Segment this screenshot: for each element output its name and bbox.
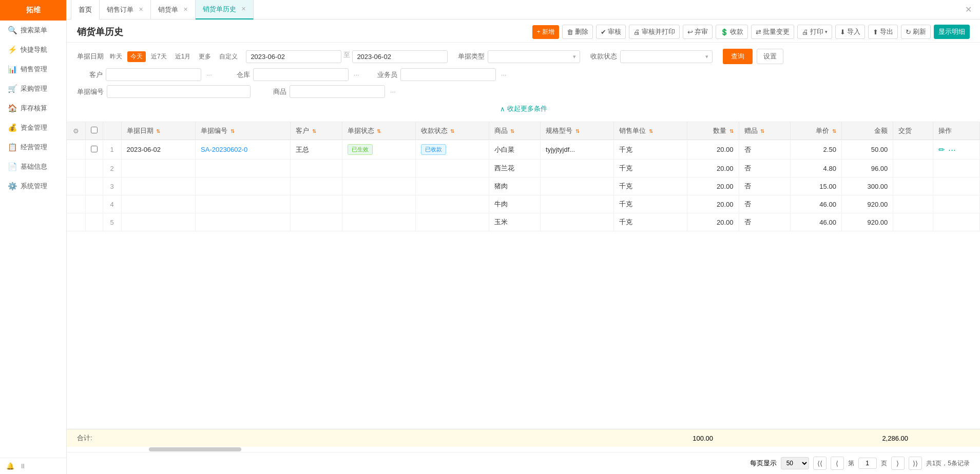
date-btn-more[interactable]: 更多 — [196, 51, 214, 62]
date-btn-yesterday[interactable]: 昨天 — [107, 51, 125, 62]
spec-col-header[interactable]: 规格型号 ⇅ — [541, 122, 614, 140]
more-icon[interactable]: ⋯ — [948, 145, 956, 154]
goods-sort-icon[interactable]: ⇅ — [510, 128, 514, 134]
doc-no-sort-icon[interactable]: ⇅ — [230, 128, 235, 134]
sidebar-item-inventory[interactable]: 🏠 库存核算 — [0, 98, 66, 118]
unit-price-col-header[interactable]: 单价 ⇅ — [790, 122, 841, 140]
abandon-button[interactable]: ↩ 弃审 — [683, 25, 713, 39]
quantity-col-header[interactable]: 数量 ⇅ — [687, 122, 739, 140]
sidebar-item-finance[interactable]: 💰 资金管理 — [0, 118, 66, 137]
sidebar-bottom-icon1[interactable]: 🔔 — [6, 462, 14, 470]
date-btn-7days[interactable]: 近7天 — [148, 51, 170, 62]
checkbox-cell[interactable] — [85, 177, 103, 195]
tabs-close-all-button[interactable]: ✕ — [961, 5, 976, 14]
review-button[interactable]: ✔ 审核 — [596, 25, 626, 39]
print-button[interactable]: 🖨 打印 ▾ — [797, 25, 832, 39]
tab-home[interactable]: 首页 — [71, 0, 100, 19]
doc-no-cell[interactable] — [196, 177, 291, 195]
tab-sales-history[interactable]: 销货单历史 ✕ — [196, 0, 254, 19]
gift-col-header[interactable]: 赠品 ⇅ — [739, 122, 790, 140]
doc-date-sort-icon[interactable]: ⇅ — [156, 128, 160, 134]
table-settings-icon[interactable]: ⚙ — [73, 127, 79, 135]
checkbox-cell[interactable] — [85, 160, 103, 177]
settings-col-header[interactable]: ⚙ — [67, 122, 85, 140]
warehouse-input[interactable] — [253, 68, 349, 81]
doc-no-cell[interactable]: SA-20230602-0 — [196, 140, 291, 160]
sidebar-item-quick-nav[interactable]: ⚡ 快捷导航 — [0, 40, 66, 60]
review-print-button[interactable]: 🖨 审核并打印 — [629, 25, 680, 39]
quantity-sort-icon[interactable]: ⇅ — [729, 128, 734, 134]
doc-date-col-header[interactable]: 单据日期 ⇅ — [121, 122, 196, 140]
page-number-input[interactable] — [858, 458, 877, 469]
sidebar-bottom-icon2[interactable]: ⏸ — [20, 462, 26, 470]
delete-button[interactable]: 🗑 删除 — [562, 25, 593, 39]
new-button[interactable]: + 新增 — [532, 25, 559, 39]
date-to-input[interactable] — [352, 50, 448, 63]
goods-input[interactable] — [290, 85, 385, 98]
sidebar-item-operations[interactable]: 📋 经营管理 — [0, 137, 66, 157]
doc-type-select[interactable] — [488, 50, 580, 63]
goods-col-header[interactable]: 商品 ⇅ — [489, 122, 540, 140]
close-sales-order-icon[interactable]: ✕ — [139, 6, 143, 13]
spec-sort-icon[interactable]: ⇅ — [575, 128, 580, 134]
query-button[interactable]: 查询 — [723, 49, 753, 64]
date-btn-custom[interactable]: 自定义 — [216, 51, 241, 62]
doc-no-col-header[interactable]: 单据编号 ⇅ — [196, 122, 291, 140]
unit-col-header[interactable]: 销售单位 ⇅ — [614, 122, 687, 140]
doc-status-col-header[interactable]: 单据状态 ⇅ — [342, 122, 415, 140]
sidebar-item-system-mgmt[interactable]: ⚙️ 系统管理 — [0, 176, 66, 196]
doc-status-sort-icon[interactable]: ⇅ — [377, 128, 381, 134]
doc-no-cell[interactable] — [196, 213, 291, 231]
gift-sort-icon[interactable]: ⇅ — [760, 128, 764, 134]
batch-change-button[interactable]: ⇄ 批量变更 — [751, 25, 794, 39]
date-from-input[interactable] — [246, 50, 341, 63]
sidebar-item-purchase-mgmt[interactable]: 🛒 采购管理 — [0, 79, 66, 98]
docno-input[interactable] — [107, 85, 251, 98]
checkbox-cell[interactable] — [85, 195, 103, 213]
page-size-select[interactable]: 50 20 100 — [781, 457, 809, 469]
customer-sort-icon[interactable]: ⇅ — [312, 128, 316, 134]
date-btn-today[interactable]: 今天 — [127, 51, 146, 62]
checkbox-cell[interactable] — [85, 140, 103, 160]
scrollbar-thumb[interactable] — [149, 447, 241, 451]
show-detail-button[interactable]: 显示明细 — [934, 25, 970, 39]
next-page-button[interactable]: ⟩ — [891, 457, 905, 470]
edit-icon[interactable]: ✏ — [938, 145, 945, 154]
unit-price-sort-icon[interactable]: ⇅ — [832, 128, 836, 134]
unit-sort-icon[interactable]: ⇅ — [649, 128, 653, 134]
import-button[interactable]: ⬇ 导入 — [835, 25, 865, 39]
sidebar-item-basic-info[interactable]: 📄 基础信息 — [0, 157, 66, 176]
doc-no-cell[interactable] — [196, 160, 291, 177]
close-sales-history-icon[interactable]: ✕ — [241, 6, 246, 12]
tab-sales-goods[interactable]: 销货单 ✕ — [151, 0, 196, 19]
date-btn-1month[interactable]: 近1月 — [172, 51, 194, 62]
export-button[interactable]: ⬆ 导出 — [868, 25, 898, 39]
collect-button[interactable]: 💲 收款 — [716, 25, 748, 39]
settings-button[interactable]: 设置 — [757, 49, 783, 64]
customer-ellipsis-icon[interactable]: ··· — [204, 71, 214, 78]
row-checkbox[interactable] — [91, 146, 98, 152]
doc-no-cell[interactable] — [196, 195, 291, 213]
close-sales-goods-icon[interactable]: ✕ — [183, 6, 188, 13]
select-all-checkbox[interactable] — [91, 127, 98, 133]
customer-input[interactable] — [106, 68, 201, 81]
horizontal-scrollbar[interactable] — [67, 447, 980, 452]
sidebar-item-sales-mgmt[interactable]: 📊 销售管理 — [0, 60, 66, 79]
collapse-button[interactable]: ∧ 收起更多条件 — [77, 102, 970, 115]
customer-col-header[interactable]: 客户 ⇅ — [291, 122, 342, 140]
pay-status-sort-icon[interactable]: ⇅ — [450, 128, 454, 134]
prev-page-button[interactable]: ⟨ — [831, 457, 844, 470]
last-page-button[interactable]: ⟩⟩ — [909, 457, 922, 470]
goods-ellipsis-icon[interactable]: ··· — [388, 88, 398, 95]
warehouse-ellipsis-icon[interactable]: ··· — [352, 71, 361, 78]
pay-status-select[interactable] — [620, 50, 713, 63]
total-records-info: 共1页，5条记录 — [926, 459, 970, 468]
first-page-button[interactable]: ⟨⟨ — [813, 457, 827, 470]
staff-input[interactable] — [400, 68, 496, 81]
staff-ellipsis-icon[interactable]: ··· — [499, 71, 509, 78]
refresh-button[interactable]: ↻ 刷新 — [901, 25, 931, 39]
sidebar-item-search-menu[interactable]: 🔍 搜索菜单 — [0, 21, 66, 40]
checkbox-cell[interactable] — [85, 213, 103, 231]
tab-sales-order[interactable]: 销售订单 ✕ — [100, 0, 151, 19]
pay-status-col-header[interactable]: 收款状态 ⇅ — [415, 122, 489, 140]
